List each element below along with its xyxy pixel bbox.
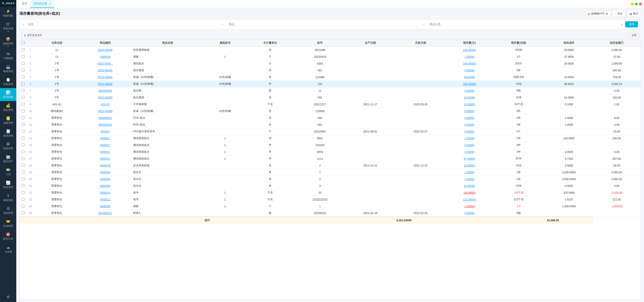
- sidebar-item-ecom[interactable]: 💻 电商管理: [0, 62, 16, 75]
- row-checkbox-cell[interactable]: [20, 101, 26, 108]
- row-checkbox[interactable]: [22, 123, 25, 126]
- col-qty-pkg[interactable]: 现存量(包装): [492, 39, 545, 47]
- row-checkbox-cell[interactable]: [20, 169, 26, 176]
- sidebar-search[interactable]: 🔍 搜索菜单: [0, 0, 16, 7]
- row-code[interactable]: 0023-00005: [79, 67, 132, 74]
- row-checkbox[interactable]: [22, 177, 25, 180]
- tab-inventory-batch[interactable]: 库存批次查 ✕: [30, 0, 54, 8]
- sidebar-item-ecom-small[interactable]: 🛍 小鹅电商: [0, 50, 16, 62]
- col-name[interactable]: 商品名称: [132, 39, 204, 47]
- row-checkbox-cell[interactable]: [20, 149, 26, 156]
- row-checkbox-cell[interactable]: [20, 87, 26, 94]
- row-checkbox[interactable]: [22, 103, 25, 106]
- row-code[interactable]: 001000031: [79, 210, 132, 217]
- sidebar-item-finance[interactable]: 💰 资金管理: [0, 101, 16, 114]
- row-qty-main[interactable]: 100.00000: [446, 47, 492, 54]
- sidebar-item-inventory[interactable]: 📊 库存核算: [0, 88, 16, 101]
- row-code[interactable]: 0023-00005: [79, 74, 132, 81]
- row-qty-main[interactable]: 3.00000: [446, 149, 492, 156]
- row-checkbox[interactable]: [22, 75, 25, 78]
- row-code[interactable]: 0000012: [79, 196, 132, 203]
- sidebar-item-payroll[interactable]: 💵 工资: [0, 165, 16, 178]
- search-btn[interactable]: 查询: [625, 21, 638, 27]
- row-qty-main[interactable]: -16.00000: [446, 189, 492, 196]
- goods-filter-dots[interactable]: ···: [420, 23, 426, 27]
- row-checkbox-cell[interactable]: [20, 128, 26, 135]
- row-qty-main[interactable]: 0.00000: [446, 142, 492, 149]
- row-qty-main[interactable]: 100.00000: [446, 60, 492, 67]
- col-qty-main[interactable]: 现存量(主): [446, 39, 492, 47]
- row-checkbox-cell[interactable]: [20, 162, 26, 169]
- sidebar-item-system[interactable]: ⚙ 系统管理: [0, 204, 16, 217]
- row-checkbox-cell[interactable]: [20, 81, 26, 87]
- row-checkbox[interactable]: [22, 164, 25, 167]
- row-code[interactable]: 0000017: [79, 135, 132, 142]
- row-code[interactable]: 000900001: [79, 121, 132, 128]
- minimize-btn[interactable]: [631, 3, 634, 6]
- row-qty-main[interactable]: 1.00000: [446, 169, 492, 176]
- row-qty-main[interactable]: 2.00000: [446, 135, 492, 142]
- row-qty-main[interactable]: 0.00000: [446, 87, 492, 94]
- row-checkbox[interactable]: [22, 89, 25, 92]
- row-checkbox[interactable]: [22, 48, 25, 51]
- row-checkbox[interactable]: [22, 143, 25, 146]
- row-checkbox-cell[interactable]: [20, 176, 26, 183]
- row-code[interactable]: 0000012: [79, 189, 132, 196]
- maximize-btn[interactable]: [635, 3, 638, 6]
- row-qty-main[interactable]: -1.00000: [446, 203, 492, 210]
- row-code[interactable]: 0000078: [79, 162, 132, 169]
- expand-conditions-btn[interactable]: ▼ 展开更多条件: [21, 33, 45, 38]
- row-qty-main[interactable]: 87.00000: [446, 156, 492, 162]
- row-checkbox-cell[interactable]: [20, 60, 26, 67]
- sidebar-item-ledger[interactable]: 📒 总账管理: [0, 114, 16, 127]
- goods-filter-input[interactable]: [228, 22, 418, 27]
- sidebar-settings[interactable]: ⚙: [0, 292, 16, 302]
- sidebar-item-purchase[interactable]: 📋 采购管理: [0, 75, 16, 88]
- row-checkbox[interactable]: [22, 184, 25, 187]
- row-checkbox[interactable]: [22, 198, 25, 201]
- row-checkbox-cell[interactable]: [20, 54, 26, 60]
- row-checkbox[interactable]: [22, 205, 25, 208]
- row-checkbox-cell[interactable]: [20, 108, 26, 115]
- row-checkbox-cell[interactable]: [20, 196, 26, 203]
- print-btn[interactable]: 🖨 按模板打印 ▼: [585, 11, 611, 17]
- row-checkbox-cell[interactable]: [20, 189, 26, 196]
- category-filter-input[interactable]: [429, 22, 619, 27]
- row-code[interactable]: 0000084: [79, 169, 132, 176]
- row-qty-main[interactable]: 4.00000: [446, 115, 492, 121]
- row-checkbox[interactable]: [22, 96, 25, 99]
- row-qty-main[interactable]: 1.00000: [446, 54, 492, 60]
- sidebar-item-invoice[interactable]: 🧾 发票管理: [0, 127, 16, 140]
- row-checkbox[interactable]: [22, 69, 25, 72]
- row-checkbox[interactable]: [22, 191, 25, 194]
- row-code[interactable]: 0000017: [79, 142, 132, 149]
- row-checkbox-cell[interactable]: [20, 210, 26, 217]
- sidebar-item-cloud[interactable]: ☁ 云应用: [0, 243, 16, 256]
- select-all-checkbox[interactable]: [22, 41, 25, 44]
- row-code[interactable]: 0000017: [79, 156, 132, 162]
- col-code[interactable]: 商品编码: [79, 39, 132, 47]
- sidebar-item-guide[interactable]: 🎯 新手引导: [0, 230, 16, 243]
- display-btn[interactable]: ▤ 显示: [627, 11, 641, 17]
- sidebar-item-ops[interactable]: 📈 经营管理: [0, 178, 16, 191]
- row-checkbox-cell[interactable]: [20, 47, 26, 54]
- row-code[interactable]: 000097: [79, 128, 132, 135]
- row-qty-main[interactable]: 10.00000: [446, 183, 492, 189]
- sidebar-item-retail[interactable]: 🛒 零售管理 ▼: [0, 20, 16, 35]
- row-checkbox-cell[interactable]: [20, 183, 26, 189]
- row-code[interactable]: 0023-00008: [79, 81, 132, 87]
- row-qty-main[interactable]: 10.00000: [446, 162, 492, 169]
- close-btn[interactable]: [639, 3, 642, 6]
- row-checkbox[interactable]: [22, 171, 25, 174]
- row-checkbox[interactable]: [22, 211, 25, 214]
- row-checkbox[interactable]: [22, 116, 25, 119]
- row-checkbox-cell[interactable]: [20, 121, 26, 128]
- row-qty-main[interactable]: 10.00000: [446, 101, 492, 108]
- row-checkbox-cell[interactable]: [20, 135, 26, 142]
- row-checkbox[interactable]: [22, 137, 25, 139]
- row-qty-main[interactable]: 0.00000: [446, 67, 492, 74]
- sidebar-item-assets[interactable]: 🏢 固定资产: [0, 153, 16, 165]
- row-code[interactable]: 0023-0000...: [79, 60, 132, 67]
- warehouse-filter-input[interactable]: [27, 22, 217, 27]
- row-checkbox[interactable]: [22, 109, 25, 112]
